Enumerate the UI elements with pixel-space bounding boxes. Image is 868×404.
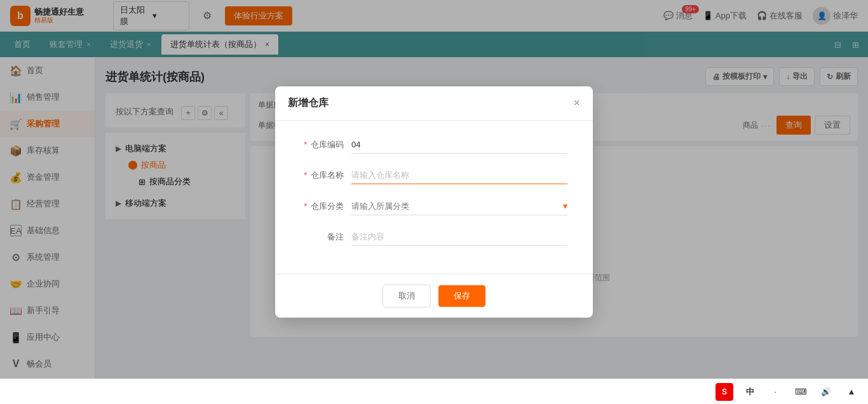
bottom-bar: S 中 · ⌨ 🔊 ▲ — [0, 379, 868, 404]
audio-icon[interactable]: 🔊 — [817, 383, 835, 401]
save-button[interactable]: 保存 — [438, 285, 485, 307]
modal-body: * 仓库编码 * 仓库名称 * 仓库分类 — [275, 121, 593, 274]
warehouse-code-input[interactable] — [351, 136, 567, 154]
warehouse-notes-input[interactable] — [351, 228, 567, 246]
new-warehouse-modal: 新增仓库 × * 仓库编码 * 仓库名称 — [275, 86, 593, 318]
required-marker-name: * — [304, 170, 307, 180]
modal-close-button[interactable]: × — [573, 97, 580, 110]
warehouse-name-row: * 仓库名称 — [301, 166, 567, 184]
modal-title: 新增仓库 — [288, 97, 329, 110]
bottom-icons: S 中 · ⌨ 🔊 ▲ — [715, 383, 860, 401]
warehouse-name-input[interactable] — [351, 166, 567, 184]
input-mode-icon[interactable]: · — [766, 383, 784, 401]
warehouse-notes-label: 备注 — [301, 231, 351, 243]
warehouse-category-select[interactable]: ▾ — [351, 197, 567, 215]
category-input[interactable] — [351, 201, 563, 211]
required-marker-cat: * — [304, 201, 307, 211]
keyboard-icon[interactable]: ⌨ — [792, 383, 810, 401]
modal-header: 新增仓库 × — [275, 86, 593, 121]
warehouse-code-row: * 仓库编码 — [301, 136, 567, 154]
modal-footer: 取消 保存 — [275, 274, 593, 318]
warehouse-name-label: * 仓库名称 — [301, 170, 351, 181]
sougou-icon[interactable]: S — [715, 383, 733, 401]
warehouse-category-label: * 仓库分类 — [301, 201, 351, 212]
modal-overlay: 新增仓库 × * 仓库编码 * 仓库名称 — [0, 0, 868, 404]
warehouse-code-label: * 仓库编码 — [301, 139, 351, 151]
warehouse-notes-row: 备注 — [301, 228, 567, 246]
chinese-input-icon[interactable]: 中 — [741, 383, 759, 401]
warehouse-category-row: * 仓库分类 ▾ — [301, 197, 567, 215]
category-dropdown-icon: ▾ — [563, 201, 567, 211]
menu-expand-icon[interactable]: ▲ — [843, 383, 860, 401]
cancel-button[interactable]: 取消 — [383, 285, 431, 307]
required-marker: * — [304, 140, 307, 149]
